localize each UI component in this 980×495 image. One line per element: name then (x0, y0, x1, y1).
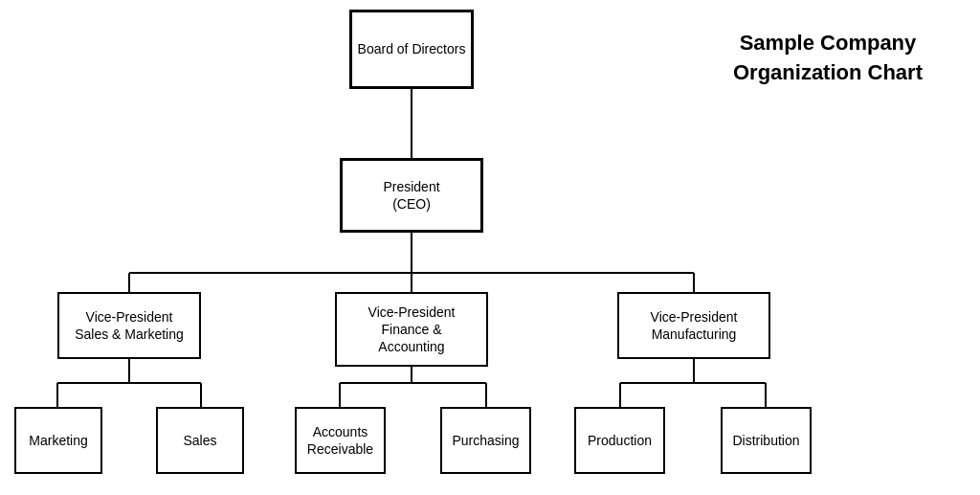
vp-manufacturing-box: Vice-President Manufacturing (617, 292, 770, 359)
org-chart: Sample Company Organization Chart (0, 0, 980, 495)
chart-title: Sample Company Organization Chart (733, 29, 923, 88)
vp-finance-box: Vice-President Finance & Accounting (335, 292, 488, 367)
production-box: Production (574, 407, 665, 474)
board-box: Board of Directors (349, 10, 474, 89)
distribution-box: Distribution (721, 407, 812, 474)
marketing-box: Marketing (14, 407, 102, 474)
accounts-receivable-box: Accounts Receivable (295, 407, 386, 474)
sales-box: Sales (156, 407, 244, 474)
purchasing-box: Purchasing (440, 407, 531, 474)
president-box: President (CEO) (340, 158, 483, 233)
vp-sales-box: Vice-President Sales & Marketing (57, 292, 201, 359)
